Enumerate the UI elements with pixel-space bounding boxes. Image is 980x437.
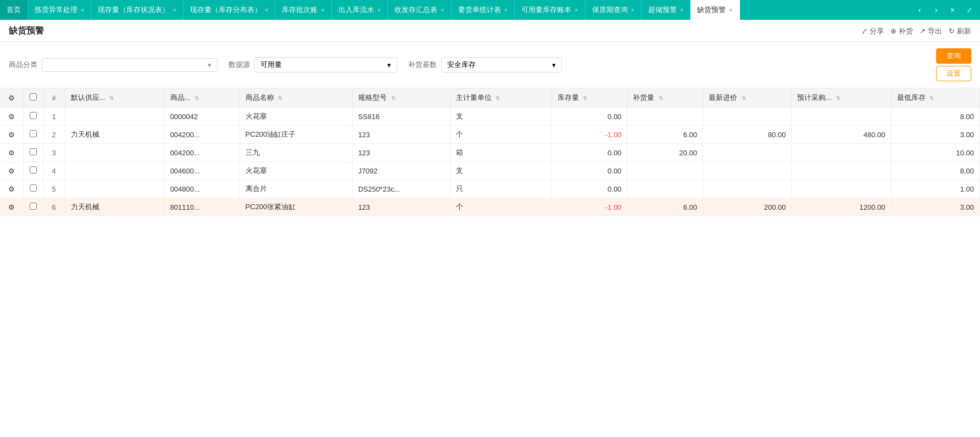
tab-inventory-dist-close[interactable]: × (265, 7, 268, 13)
min-stock-sort-icon: ⇅ (929, 95, 934, 101)
unit-sort-icon: ⇅ (495, 95, 500, 101)
row-check[interactable] (23, 198, 43, 216)
share-button[interactable]: ⤤ 分享 (861, 26, 884, 36)
row-replenish-qty (627, 162, 703, 180)
table-header-row: ⚙ # 默认供应... ⇅ 商品... ⇅ 商品名称 (0, 88, 980, 108)
tab-receive-send-close[interactable]: × (441, 7, 444, 13)
row-checkbox[interactable] (30, 130, 37, 137)
tab-inventory-status-close[interactable]: × (172, 7, 176, 13)
col-estimated-purchase-header[interactable]: 预计采购... ⇅ (792, 88, 891, 108)
tab-expiry-query-close[interactable]: × (631, 7, 634, 13)
row-settings[interactable]: ⚙ (0, 180, 23, 198)
product-name-sort-icon: ⇅ (278, 95, 282, 101)
col-product-code-header[interactable]: 商品... ⇅ (164, 88, 240, 108)
nav-expand-button[interactable]: ⤢ (961, 2, 977, 18)
row-latest-price (703, 108, 792, 126)
row-stock: 0.00 (552, 108, 627, 126)
row-stock: 0.00 (552, 144, 627, 162)
row-gear-icon: ⚙ (8, 131, 15, 139)
tab-exception[interactable]: 拣货异常处理 × (28, 0, 91, 20)
row-estimated-purchase: 480.00 (792, 126, 891, 144)
row-settings[interactable]: ⚙ (0, 198, 23, 216)
row-min-stock: 3.00 (891, 198, 979, 216)
col-min-stock-header[interactable]: 最低库存 ⇅ (891, 88, 979, 108)
refresh-button[interactable]: ↻ 刷新 (949, 26, 971, 36)
row-checkbox[interactable] (30, 166, 37, 173)
col-latest-price-header[interactable]: 最新进价 ⇅ (703, 88, 792, 108)
col-check-header[interactable] (23, 88, 43, 108)
tab-overstock[interactable]: 超储预警 × (642, 0, 691, 20)
datasource-filter-group: 数据源 可用量 ▾ (229, 57, 397, 72)
category-select[interactable]: ▾ (42, 58, 218, 72)
export-icon: ↗ (920, 27, 926, 35)
tab-receive-send-label: 收发存汇总表 (394, 5, 437, 15)
tab-exception-close[interactable]: × (81, 7, 84, 13)
nav-next-button[interactable]: › (928, 2, 944, 18)
row-checkbox[interactable] (30, 184, 37, 192)
tab-batch-account[interactable]: 库存批次账 × (275, 0, 331, 20)
tab-shortage[interactable]: 缺货预警 × (691, 0, 739, 20)
col-unit-label: 主计量单位 (456, 93, 492, 102)
col-replenish-qty-header[interactable]: 补货量 ⇅ (627, 88, 703, 108)
tab-shortage-close[interactable]: × (729, 7, 732, 13)
row-check[interactable] (23, 108, 43, 126)
replenish-basis-select[interactable]: 安全库存 ▾ (441, 57, 562, 72)
tab-inventory-dist-label: 现存量（库存分布表） (190, 5, 261, 15)
col-product-name-header[interactable]: 商品名称 ⇅ (240, 88, 352, 108)
tab-inventory-status-label: 现存量（库存状况表） (98, 5, 169, 15)
row-check[interactable] (23, 180, 43, 198)
query-button[interactable]: 查询 (936, 48, 971, 64)
table-row: ⚙ 6 力天机械 801110... PC200张紧油缸 123 个 -1.00… (0, 198, 980, 216)
tab-receive-send[interactable]: 收发存汇总表 × (388, 0, 451, 20)
col-unit-header[interactable]: 主计量单位 ⇅ (450, 88, 552, 108)
tab-exception-label: 拣货异常处理 (35, 5, 77, 15)
replenish-basis-value: 安全库存 (447, 60, 476, 70)
export-button[interactable]: ↗ 导出 (920, 26, 942, 36)
nav-close-button[interactable]: × (945, 2, 960, 18)
tab-batch-account-close[interactable]: × (321, 7, 324, 13)
replenish-qty-sort-icon: ⇅ (659, 95, 663, 101)
tab-expiry-query[interactable]: 保质期查询 × (586, 0, 642, 20)
row-min-stock: 8.00 (891, 162, 979, 180)
tab-inventory-status[interactable]: 现存量（库存状况表） × (91, 0, 183, 20)
replenish-button[interactable]: ⊕ 补货 (890, 26, 913, 36)
row-num: 1 (43, 108, 65, 126)
row-estimated-purchase (792, 144, 891, 162)
replenish-icon: ⊕ (890, 27, 897, 35)
col-settings-header[interactable]: ⚙ (0, 88, 23, 108)
row-check[interactable] (23, 126, 43, 144)
row-settings[interactable]: ⚙ (0, 126, 23, 144)
col-spec-header[interactable]: 规格型号 ⇅ (352, 88, 450, 108)
datasource-select[interactable]: 可用量 ▾ (254, 57, 397, 72)
filter-actions: 查询 设置 (936, 48, 971, 81)
row-checkbox[interactable] (30, 112, 37, 119)
tab-in-out-flow[interactable]: 出入库流水 × (332, 0, 388, 20)
tab-inventory-dist[interactable]: 现存量（库存分布表） × (183, 0, 275, 20)
row-checkbox[interactable] (30, 203, 37, 210)
row-check[interactable] (23, 144, 43, 162)
tab-home[interactable]: 首页 (0, 0, 28, 20)
row-replenish-qty: 20.00 (627, 144, 703, 162)
tab-demand-stats[interactable]: 要货单统计表 × (452, 0, 515, 20)
tab-available-ledger[interactable]: 可用量库存账本 × (515, 0, 585, 20)
select-all-checkbox[interactable] (30, 93, 37, 100)
tab-demand-stats-close[interactable]: × (504, 7, 508, 13)
row-stock: 0.00 (552, 180, 627, 198)
nav-prev-button[interactable]: ‹ (912, 2, 927, 18)
tab-available-ledger-close[interactable]: × (575, 7, 578, 13)
row-spec: DS250*23c... (352, 180, 450, 198)
col-supplier-header[interactable]: 默认供应... ⇅ (65, 88, 164, 108)
col-stock-header[interactable]: 库存量 ⇅ (552, 88, 627, 108)
tab-overstock-close[interactable]: × (680, 7, 683, 13)
row-latest-price (703, 180, 792, 198)
row-settings[interactable]: ⚙ (0, 108, 23, 126)
share-icon: ⤤ (861, 27, 867, 35)
row-checkbox[interactable] (30, 148, 37, 155)
table-row: ⚙ 2 力天机械 004200... PC200油缸庄子 123 个 -1.00… (0, 126, 980, 144)
row-settings[interactable]: ⚙ (0, 144, 23, 162)
tab-in-out-flow-close[interactable]: × (377, 7, 381, 13)
row-settings[interactable]: ⚙ (0, 162, 23, 180)
row-check[interactable] (23, 162, 43, 180)
settings-button[interactable]: 设置 (936, 66, 971, 81)
spec-sort-icon: ⇅ (391, 95, 396, 101)
